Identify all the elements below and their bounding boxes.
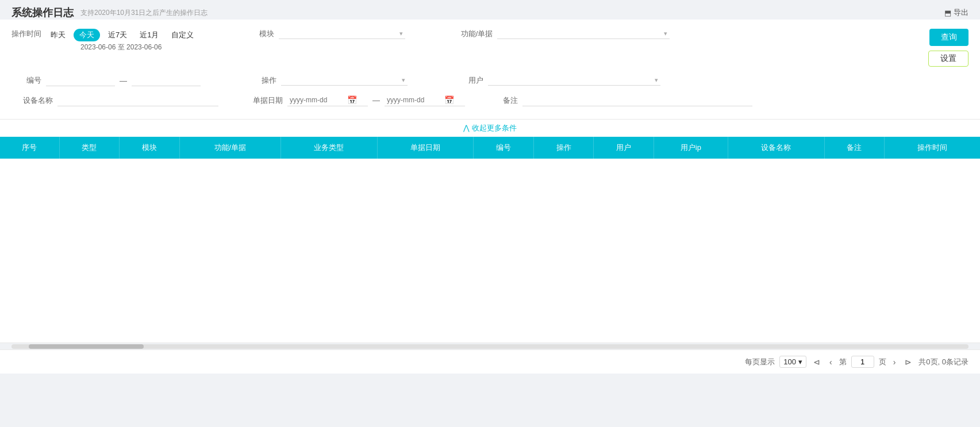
page-unit: 页 <box>879 357 886 367</box>
export-icon: ⬒ <box>944 9 951 17</box>
col-docdate: 单据日期 <box>377 137 474 159</box>
calendar-start-icon[interactable]: 📅 <box>347 95 357 105</box>
module-label: 模块 <box>244 29 279 39</box>
export-button[interactable]: ⬒ 导出 <box>944 7 969 18</box>
user-select[interactable]: ▾ <box>488 75 660 86</box>
last-page-button[interactable]: ⊳ <box>902 356 914 368</box>
last7days-btn[interactable]: 近7天 <box>103 29 132 41</box>
col-userip: 用户ip <box>654 137 728 159</box>
calendar-end-icon[interactable]: 📅 <box>444 95 454 105</box>
number-label: 编号 <box>11 75 46 86</box>
operation-chevron-icon: ▾ <box>402 76 405 84</box>
doc-date-end-wrap[interactable]: 📅 <box>385 94 465 106</box>
doc-date-dash: — <box>372 96 380 105</box>
last1month-btn[interactable]: 近1月 <box>135 29 163 41</box>
prev-page-button[interactable]: ‹ <box>827 356 835 368</box>
table-header-row: 序号 类型 模块 功能/单据 业务类型 单据日期 编号 操作 用户 用户ip 设… <box>0 137 980 159</box>
total-info: 共0页, 0条记录 <box>918 357 969 367</box>
yesterday-btn[interactable]: 昨天 <box>46 29 70 41</box>
next-page-button[interactable]: › <box>891 356 898 368</box>
filter-panel: 操作时间 昨天 今天 近7天 近1月 自定义 2023-06-06 至 2023… <box>0 20 980 120</box>
doc-date-end[interactable] <box>387 96 444 104</box>
scrollbar-track <box>11 344 969 349</box>
remark-label: 备注 <box>488 95 522 106</box>
empty-area <box>0 159 980 343</box>
module-select[interactable]: ▾ <box>279 29 405 39</box>
col-user: 用户 <box>594 137 654 159</box>
number-input-start[interactable] <box>46 75 115 86</box>
col-seq: 序号 <box>0 137 59 159</box>
table-container: 序号 类型 模块 功能/单据 业务类型 单据日期 编号 操作 用户 用户ip 设… <box>0 137 980 343</box>
horizontal-scrollbar[interactable] <box>0 343 980 349</box>
doc-date-start-wrap[interactable]: 📅 <box>287 94 368 106</box>
query-button[interactable]: 查询 <box>929 29 969 46</box>
col-biztype: 业务类型 <box>281 137 378 159</box>
col-device: 设备名称 <box>728 137 824 159</box>
function-chevron-icon: ▾ <box>664 30 667 37</box>
settings-button[interactable]: 设置 <box>928 51 969 67</box>
col-module: 模块 <box>120 137 179 159</box>
main-table: 序号 类型 模块 功能/单据 业务类型 单据日期 编号 操作 用户 用户ip 设… <box>0 137 980 159</box>
scrollbar-thumb[interactable] <box>29 344 144 349</box>
function-label: 功能/单据 <box>451 29 497 39</box>
collapse-label: 收起更多条件 <box>472 124 517 132</box>
remark-input[interactable] <box>522 95 752 106</box>
pagination-bar: 每页显示 100 ▾ ⊲ ‹ 第 页 › ⊳ 共0页, 0条记录 <box>0 349 980 374</box>
first-page-button[interactable]: ⊲ <box>811 356 823 368</box>
doc-date-start[interactable] <box>290 96 347 104</box>
col-operation: 操作 <box>533 137 593 159</box>
page-header: 系统操作日志 支持2020年10月31日之后产生的操作日志 ⬒ 导出 <box>0 0 980 20</box>
page-subtitle: 支持2020年10月31日之后产生的操作日志 <box>80 8 207 18</box>
page-number-input[interactable] <box>851 356 874 368</box>
function-select[interactable]: ▾ <box>497 29 670 39</box>
page-label: 第 <box>839 357 847 367</box>
number-input-end[interactable] <box>132 75 201 86</box>
date-range-display: 2023-06-06 至 2023-06-06 <box>80 43 198 52</box>
device-label: 设备名称 <box>11 95 57 106</box>
today-btn[interactable]: 今天 <box>74 29 100 41</box>
operation-filter-label: 操作 <box>247 75 281 86</box>
page-size-value: 100 <box>783 357 796 366</box>
doc-date-label: 单据日期 <box>241 95 287 106</box>
col-function: 功能/单据 <box>179 137 280 159</box>
module-chevron-icon: ▾ <box>399 30 403 37</box>
col-optime: 操作时间 <box>884 137 980 159</box>
page-size-select[interactable]: 100 ▾ <box>779 356 806 368</box>
col-type: 类型 <box>59 137 119 159</box>
per-page-label: 每页显示 <box>745 357 775 367</box>
col-remark: 备注 <box>824 137 884 159</box>
operation-time-label: 操作时间 <box>11 29 46 39</box>
operation-select[interactable]: ▾ <box>281 75 408 86</box>
user-label: 用户 <box>454 75 488 86</box>
collapse-icon: ⋀ <box>463 124 470 132</box>
page-title: 系统操作日志 <box>11 6 74 20</box>
page-size-chevron-icon: ▾ <box>798 357 802 366</box>
number-dash: — <box>120 76 127 85</box>
custom-btn[interactable]: 自定义 <box>167 29 198 41</box>
device-input[interactable] <box>57 95 218 106</box>
collapse-bar[interactable]: ⋀ 收起更多条件 <box>0 120 980 137</box>
user-chevron-icon: ▾ <box>655 76 658 84</box>
col-number: 编号 <box>474 137 533 159</box>
